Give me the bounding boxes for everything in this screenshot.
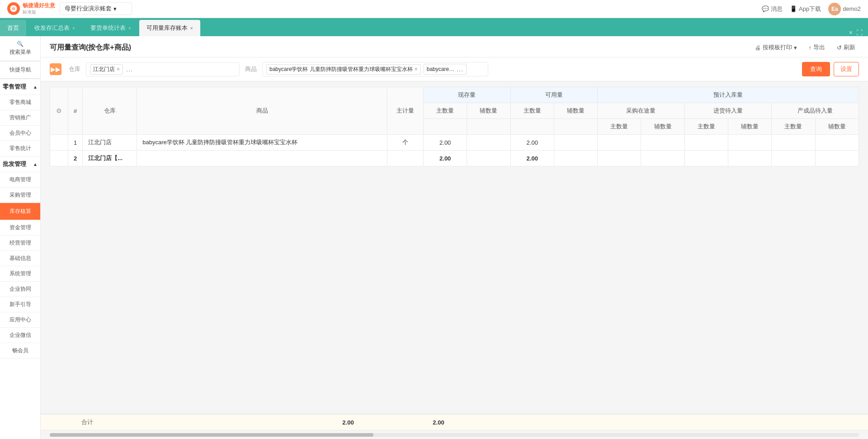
logo-text-area: 畅捷通好生意 标准版 bbox=[23, 2, 55, 15]
sidebar-item-retail[interactable]: 零售管理 ▲ bbox=[0, 79, 40, 95]
horizontal-scrollbar-track[interactable] bbox=[50, 433, 859, 437]
th-stock-main: 主数量 bbox=[424, 103, 467, 119]
gear-settings-icon[interactable]: ⚙ bbox=[56, 107, 62, 114]
row2-pur-transit-aux bbox=[641, 151, 684, 166]
sidebar-item-retail-mall[interactable]: 零售商城 bbox=[0, 95, 40, 110]
app-download-button[interactable]: 📱 App下载 bbox=[790, 5, 821, 13]
close-all-tabs-icon[interactable]: × bbox=[849, 29, 853, 36]
export-button[interactable]: ↑ 导出 bbox=[805, 42, 829, 53]
row2-warehouse: 江北门店【... bbox=[83, 151, 137, 166]
th-stock-aux-2 bbox=[467, 119, 510, 135]
row2-no: 2 bbox=[68, 151, 83, 166]
row2-gear bbox=[50, 151, 68, 166]
product-tag-2-value: babycare… bbox=[427, 66, 454, 72]
product-tag-1-remove-icon[interactable]: × bbox=[415, 66, 418, 72]
refresh-button[interactable]: ↺ 刷新 bbox=[833, 42, 859, 53]
message-button[interactable]: 💬 消息 bbox=[762, 5, 783, 13]
sidebar-item-wechat[interactable]: 企业微信 bbox=[0, 328, 40, 343]
row1-pur-transit-main bbox=[598, 135, 641, 151]
tab-order-stats[interactable]: 要货单统计表 × bbox=[83, 20, 138, 36]
sidebar-item-operations[interactable]: 经营管理 bbox=[0, 236, 40, 251]
newbie-label: 新手引导 bbox=[9, 301, 31, 307]
sidebar-item-vip[interactable]: 畅会员 bbox=[0, 343, 40, 359]
row2-inbound-aux bbox=[728, 151, 772, 166]
quick-nav-label: 快捷导航 bbox=[9, 66, 31, 74]
filter-row: 仓库 江北门店 × … 商品 babycare学饮杯 儿童防摔防撞吸管杯重力球吸… bbox=[69, 62, 795, 76]
product-filter-input[interactable]: babycare学饮杯 儿童防摔防撞吸管杯重力球吸嘴杯宝宝水杯 × babyca… bbox=[262, 62, 488, 76]
horizontal-scrollbar-thumb[interactable] bbox=[50, 433, 373, 437]
maximize-icon[interactable]: ⛶ bbox=[856, 29, 863, 36]
row1-pur-transit-aux bbox=[641, 135, 684, 151]
filter-actions: 查询 设置 bbox=[802, 62, 859, 76]
close-receive-send-icon[interactable]: × bbox=[72, 26, 75, 31]
sidebar-item-wholesale[interactable]: 批发管理 ▲ bbox=[0, 156, 40, 172]
th-avail-aux-2 bbox=[554, 119, 597, 135]
user-area[interactable]: Ea demo2 bbox=[828, 3, 861, 15]
home-tab-label: 首页 bbox=[7, 24, 19, 32]
row1-stock-main: 2.00 bbox=[424, 135, 467, 151]
refresh-label: 刷新 bbox=[844, 43, 855, 52]
top-bar: 畅捷通好生意 标准版 母婴行业演示账套 ▾ 💬 消息 📱 App下载 Ea de… bbox=[0, 0, 868, 18]
retail-stats-label: 零售统计 bbox=[9, 145, 31, 151]
retail-arrow-icon: ▲ bbox=[33, 85, 38, 90]
sidebar-search[interactable]: 🔍 搜索菜单 bbox=[0, 36, 40, 61]
total-avail-main: 2.00 bbox=[416, 419, 461, 426]
product-tag-2-more-icon[interactable]: … bbox=[456, 65, 463, 73]
sidebar-item-app-center[interactable]: 应用中心 bbox=[0, 312, 40, 328]
sidebar-item-ecommerce[interactable]: 电商管理 bbox=[0, 172, 40, 188]
sidebar-item-retail-stats[interactable]: 零售统计 bbox=[0, 141, 40, 156]
logo-area: 畅捷通好生意 标准版 bbox=[7, 2, 55, 15]
th-pur-transit: 采购在途量 bbox=[598, 103, 685, 119]
company-selector[interactable]: 母婴行业演示账套 ▾ bbox=[60, 2, 132, 15]
th-inbound-main: 主数量 bbox=[684, 119, 728, 135]
row1-finished-main bbox=[772, 135, 815, 151]
print-dropdown-icon: ▾ bbox=[794, 44, 797, 51]
close-available-stock-icon[interactable]: × bbox=[190, 26, 193, 31]
wholesale-label: 批发管理 bbox=[3, 160, 26, 168]
sidebar-item-inventory[interactable]: 库存核算 bbox=[0, 203, 40, 220]
tab-receive-send[interactable]: 收发存汇总表 × bbox=[27, 20, 82, 36]
main-content: 可用量查询(按仓库+商品) 🖨 按模板打印 ▾ ↑ 导出 ↺ 刷新 ▶▶ bbox=[41, 36, 868, 439]
settings-button[interactable]: 设置 bbox=[834, 62, 859, 76]
logo-text: 畅捷通好生意 bbox=[23, 2, 55, 9]
marketing-label: 营销推广 bbox=[9, 114, 31, 121]
sidebar-item-enterprise[interactable]: 企业协同 bbox=[0, 282, 40, 297]
tab-home[interactable]: 首页 bbox=[0, 20, 26, 36]
sidebar-item-purchase[interactable]: 采购管理 bbox=[0, 188, 40, 203]
table-total-row: 合计 2.00 2.00 bbox=[41, 414, 868, 430]
warehouse-filter-input[interactable]: 江北门店 × … bbox=[86, 62, 240, 76]
th-finished-pending: 产成品待入量 bbox=[772, 103, 859, 119]
th-finished-main: 主数量 bbox=[772, 119, 815, 135]
sidebar-item-newbie[interactable]: 新手引导 bbox=[0, 297, 40, 312]
sidebar-item-basic[interactable]: 基础信息 bbox=[0, 251, 40, 266]
query-button[interactable]: 查询 bbox=[802, 62, 830, 76]
purchase-label: 采购管理 bbox=[9, 192, 31, 198]
warehouse-filter-more-icon[interactable]: … bbox=[126, 65, 133, 73]
close-order-stats-icon[interactable]: × bbox=[128, 26, 131, 31]
sidebar-item-marketing[interactable]: 营销推广 bbox=[0, 110, 40, 126]
sidebar-quick-nav[interactable]: 快捷导航 bbox=[0, 61, 40, 79]
row1-warehouse: 江北门店 bbox=[83, 135, 137, 151]
finance-label: 资金管理 bbox=[9, 224, 31, 231]
search-icon: 🔍 bbox=[17, 41, 24, 47]
product-filter-label: 商品 bbox=[245, 65, 257, 73]
order-stats-label: 要货单统计表 bbox=[90, 24, 126, 32]
sidebar: 🔍 搜索菜单 快捷导航 零售管理 ▲ 零售商城 营销推广 会员中心 零售统计 批… bbox=[0, 36, 41, 439]
th-avail-main-2 bbox=[510, 119, 554, 135]
print-button[interactable]: 🖨 按模板打印 ▾ bbox=[751, 42, 801, 53]
sidebar-item-member[interactable]: 会员中心 bbox=[0, 126, 40, 141]
filter-toggle-button[interactable]: ▶▶ bbox=[50, 63, 61, 75]
row2-unit bbox=[387, 151, 424, 166]
th-current-stock: 现存量 bbox=[424, 87, 511, 103]
warehouse-tag-value: 江北门店 bbox=[93, 66, 115, 73]
sidebar-item-system[interactable]: 系统管理 bbox=[0, 266, 40, 282]
page-title: 可用量查询(按仓库+商品) bbox=[50, 43, 131, 52]
vip-label: 畅会员 bbox=[12, 347, 28, 354]
tab-available-stock[interactable]: 可用量库存账本 × bbox=[139, 20, 200, 36]
app-center-label: 应用中心 bbox=[9, 316, 31, 323]
system-label: 系统管理 bbox=[9, 270, 31, 277]
logo-sub: 标准版 bbox=[23, 9, 55, 15]
sidebar-item-finance[interactable]: 资金管理 bbox=[0, 220, 40, 236]
warehouse-tag-remove-icon[interactable]: × bbox=[117, 66, 120, 72]
main-layout: 🔍 搜索菜单 快捷导航 零售管理 ▲ 零售商城 营销推广 会员中心 零售统计 批… bbox=[0, 36, 868, 439]
